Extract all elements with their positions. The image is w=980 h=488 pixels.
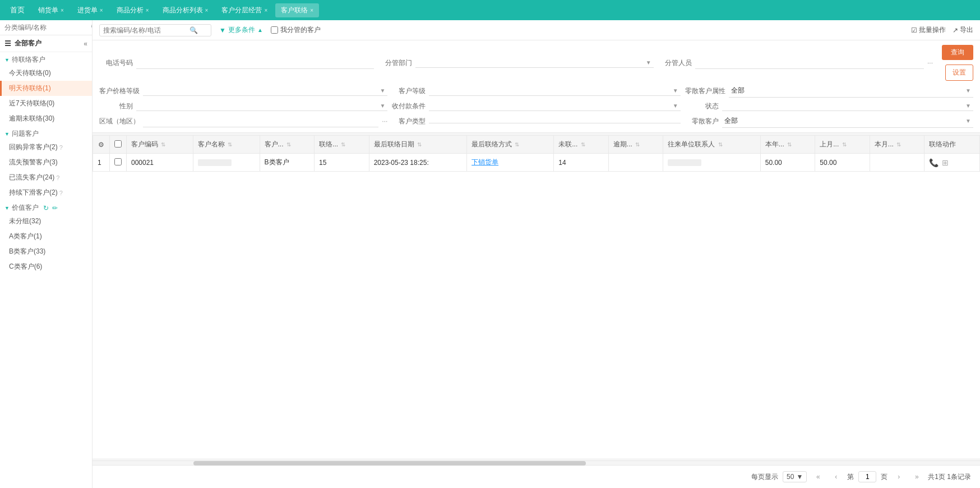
nav-product-analysis[interactable]: 商品分析 × bbox=[111, 3, 155, 17]
query-btn[interactable]: 查询 bbox=[942, 45, 973, 60]
sort-method-icon[interactable]: ⇅ bbox=[515, 141, 519, 148]
batch-ops-btn[interactable]: ☑ 批量操作 bbox=[911, 25, 946, 35]
sort-year-icon[interactable]: ⇅ bbox=[787, 141, 792, 148]
sidebar-item-today-pending[interactable]: 今天待联络(0) bbox=[0, 66, 92, 81]
set-btn[interactable]: 设置 bbox=[945, 65, 973, 81]
horizontal-scrollbar[interactable] bbox=[93, 461, 980, 465]
nav-purchase[interactable]: 进货单 × bbox=[72, 3, 109, 17]
my-customer-checkbox-wrap[interactable]: 我分管的客户 bbox=[271, 25, 321, 35]
last-page-btn[interactable]: » bbox=[910, 470, 923, 484]
sort-contact-person-icon[interactable]: ⇅ bbox=[718, 141, 723, 148]
sort-last-month-icon[interactable]: ⇅ bbox=[842, 141, 847, 148]
search-input[interactable] bbox=[103, 26, 187, 34]
filter-row-1: 电话号码 分管部门 ▼ 分管人员 ··· 查询 设置 bbox=[99, 45, 973, 81]
manager-input[interactable] bbox=[695, 57, 924, 69]
price-level-select[interactable]: ▼ bbox=[143, 86, 387, 96]
next-page-btn[interactable]: › bbox=[892, 470, 905, 484]
gender-select[interactable]: ▼ bbox=[136, 101, 387, 111]
first-page-btn[interactable]: « bbox=[811, 470, 825, 484]
sort-overdue-icon[interactable]: ⇅ bbox=[635, 141, 640, 148]
sidebar-item-churn-warning[interactable]: 流失预警客户(3) bbox=[0, 155, 92, 170]
sidebar-item-class-a[interactable]: A类客户(1) bbox=[0, 229, 92, 244]
sidebar-search-input[interactable] bbox=[4, 24, 89, 31]
qr-action-icon[interactable]: ⊞ bbox=[942, 158, 949, 167]
dept-label: 分管部门 bbox=[378, 58, 412, 68]
phone-input[interactable] bbox=[136, 57, 374, 69]
nav-product-analysis-list[interactable]: 商品分析列表 × bbox=[157, 3, 214, 17]
sidebar-item-week-pending[interactable]: 近7天待联络(0) bbox=[0, 96, 92, 111]
page-input[interactable] bbox=[858, 471, 876, 482]
retail-attr-select[interactable]: 全部 ▼ bbox=[729, 84, 973, 98]
page-size-chevron-icon: ▼ bbox=[796, 473, 803, 481]
payment-label: 收付款条件 bbox=[392, 102, 426, 111]
page-label: 第 bbox=[847, 472, 854, 482]
retail-customer-select[interactable]: 全部 ▼ bbox=[722, 114, 973, 128]
all-customers-header[interactable]: ☰ 全部客户 « bbox=[0, 35, 92, 52]
th-checkbox[interactable] bbox=[110, 136, 127, 154]
sidebar-item-tomorrow-pending[interactable]: 明天待联络(1) bbox=[0, 81, 92, 96]
manager-dots-btn[interactable]: ··· bbox=[927, 59, 933, 67]
sidebar-item-ungrouped[interactable]: 未分组(32) bbox=[0, 214, 92, 229]
nav-home[interactable]: 首页 bbox=[4, 3, 30, 17]
nav-sales[interactable]: 销货单 × bbox=[33, 3, 70, 17]
page-size-select[interactable]: 50 ▼ bbox=[783, 471, 807, 482]
collapse-icon[interactable]: « bbox=[84, 40, 87, 48]
sidebar-item-class-b[interactable]: B类客户(33) bbox=[0, 244, 92, 259]
close-customer-tier-icon[interactable]: × bbox=[264, 7, 267, 13]
customer-level-label: 客户等级 bbox=[392, 86, 426, 96]
customer-type-select[interactable] bbox=[429, 119, 680, 123]
filter-icon: ▼ bbox=[219, 26, 226, 34]
th-contact-person: 往来单位联系人 ⇅ bbox=[663, 136, 760, 154]
export-btn[interactable]: ↗ 导出 bbox=[953, 25, 973, 35]
refresh-value-icon[interactable]: ↻ bbox=[43, 204, 49, 212]
filter-cell-payment: 收付款条件 ▼ bbox=[392, 101, 680, 111]
filter-more-btn[interactable]: ▼ 更多条件 ▲ bbox=[216, 24, 266, 36]
close-product-analysis-list-icon[interactable]: × bbox=[205, 7, 209, 13]
sort-this-month-icon[interactable]: ⇅ bbox=[896, 141, 901, 148]
close-purchase-icon[interactable]: × bbox=[100, 7, 103, 13]
contact-method-link[interactable]: 下销货单 bbox=[471, 158, 498, 166]
search-submit-icon[interactable]: 🔍 bbox=[189, 26, 198, 34]
prev-page-btn[interactable]: ‹ bbox=[829, 470, 843, 484]
gender-label: 性别 bbox=[99, 102, 133, 111]
value-group-label: ▼ 价值客户 ↻ ✏ bbox=[0, 200, 92, 214]
sidebar-item-overdue-pending[interactable]: 逾期未联络(30) bbox=[0, 111, 92, 126]
sidebar-item-churned[interactable]: 已流失客户(24) ? bbox=[0, 170, 92, 185]
edit-value-icon[interactable]: ✏ bbox=[52, 204, 58, 212]
sort-level-icon[interactable]: ⇅ bbox=[286, 141, 291, 148]
nav-customer-tier[interactable]: 客户分层经营 × bbox=[216, 3, 273, 17]
sort-name-icon[interactable]: ⇅ bbox=[228, 141, 232, 148]
help-icon-0[interactable]: ? bbox=[59, 144, 63, 151]
th-not-contacted: 未联... ⇅ bbox=[554, 136, 609, 154]
scrollbar-thumb[interactable] bbox=[193, 461, 586, 466]
filter-row-3: 性别 ▼ 收付款条件 ▼ 状态 bbox=[99, 101, 973, 111]
sort-not-contacted-icon[interactable]: ⇅ bbox=[581, 141, 585, 148]
payment-select[interactable]: ▼ bbox=[429, 101, 680, 111]
region-dots-btn[interactable]: ··· bbox=[382, 117, 387, 125]
select-all-checkbox[interactable] bbox=[114, 140, 122, 148]
sort-contacts-icon[interactable]: ⇅ bbox=[341, 141, 345, 148]
dept-select[interactable]: ▼ bbox=[415, 58, 653, 68]
phone-action-icon[interactable]: 📞 bbox=[929, 158, 939, 167]
region-input[interactable] bbox=[143, 116, 378, 127]
customer-level-select[interactable]: ▼ bbox=[429, 86, 680, 96]
my-customer-checkbox[interactable] bbox=[271, 26, 278, 34]
sidebar-item-declining[interactable]: 持续下滑客户(2) ? bbox=[0, 185, 92, 200]
row-checkbox[interactable] bbox=[114, 158, 122, 165]
sort-code-icon[interactable]: ⇅ bbox=[161, 141, 165, 148]
th-settings[interactable]: ⚙ bbox=[93, 136, 110, 154]
help-icon-2[interactable]: ? bbox=[56, 174, 59, 181]
table-row: 1 000021 B类客户 15 2023-05-23 18:25: 下销货单 … bbox=[93, 154, 980, 172]
th-last-contact-date: 最后联络日期 ⇅ bbox=[369, 136, 466, 154]
close-product-analysis-icon[interactable]: × bbox=[146, 7, 149, 13]
status-select[interactable]: ▼ bbox=[722, 101, 973, 111]
sidebar-item-abnormal-repurchase[interactable]: 回购异常客户(2) ? bbox=[0, 140, 92, 155]
sort-date-icon[interactable]: ⇅ bbox=[417, 141, 422, 148]
close-customer-contact-icon[interactable]: × bbox=[310, 7, 313, 13]
filter-cell-region: 区域（地区） ··· bbox=[99, 116, 387, 127]
close-sales-icon[interactable]: × bbox=[61, 7, 64, 13]
sidebar-item-class-c[interactable]: C类客户(6) bbox=[0, 259, 92, 274]
help-icon-3[interactable]: ? bbox=[59, 190, 63, 196]
nav-customer-contact[interactable]: 客户联络 × bbox=[275, 3, 319, 17]
search-bar: 🔍 ▼ 更多条件 ▲ 我分管的客户 ☑ 批量操作 ↗ 导出 bbox=[93, 20, 980, 40]
